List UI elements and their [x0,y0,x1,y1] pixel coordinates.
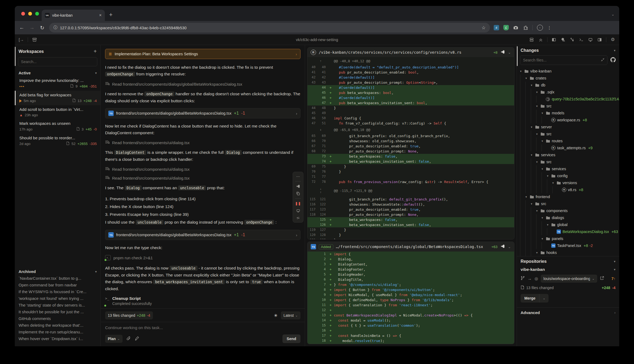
collapse-tree-icon[interactable] [601,58,604,62]
tree-item-src[interactable]: ▾src [517,158,619,165]
collapse-all-icon[interactable] [538,37,543,42]
pause-icon[interactable]: ❚❚ [295,201,301,206]
tree-item-db[interactable]: ▾db [517,82,619,89]
url-text[interactable]: 127.0.0.1:57095/workspaces/c63c9fd6-dfb8… [60,26,479,30]
tree-item-taskpanel-tsx[interactable]: TSTaskPanel.tsx+8-2 [517,242,619,249]
url-field[interactable]: ⓘ 127.0.0.1:57095/workspaces/c63c9fd6-df… [49,23,490,32]
workspace-item[interactable]: Mark workspaces as unseen17h ago3+45-0 [15,119,101,134]
archived-workspace-item[interactable]: When deleting the workspace that'... [15,322,101,329]
archived-section-header[interactable]: Archived ▾ [15,268,101,275]
implementation-plan-banner[interactable]: ≣ Implementation Plan: Beta Workspaces S… [105,49,300,59]
add-workspace-button[interactable]: + [94,48,97,54]
bookmark-star-icon[interactable]: ☆ [482,25,486,31]
archived-workspace-item[interactable]: 'workspace not found' when trying ... [15,295,101,302]
preview-monitor-icon[interactable] [296,208,300,213]
mode-dropdown[interactable]: Plan ⌄ [105,335,123,343]
repo-row[interactable]: vibe-kanban ▾ [517,265,619,274]
monitor-icon[interactable] [588,37,593,42]
open-in-vscode-icon[interactable] [501,244,505,249]
settings-gear-icon[interactable]: ⚙ [610,37,615,42]
site-info-icon[interactable]: ⓘ [53,25,57,30]
new-tab-button[interactable]: + [109,11,113,18]
workspace-search-input[interactable]: Search... [18,57,97,66]
attach-paperclip-icon[interactable] [126,336,131,342]
expand-hunk-icon[interactable]: ⇡ [307,59,334,63]
files-changed-pill[interactable]: 13 files changed +248 -4 [105,311,153,319]
tree-item-services[interactable]: ▾services [517,151,619,158]
archived-workspace-item[interactable]: It shouldn't be possible for just the ..… [15,308,101,315]
tree-item-versions[interactable]: ▾versions [517,179,619,186]
extension-shield-icon[interactable]: £ [503,25,509,30]
archived-workspace-item[interactable]: If the WYSIWYG is focussed in `Cre... [15,288,101,295]
tree-item-components[interactable]: ▾components [517,207,619,214]
theme-shapes-icon[interactable] [560,37,566,42]
copy-icon[interactable] [296,191,300,196]
extension-b-icon[interactable]: ıl [494,25,499,30]
tree-item-frontend[interactable]: ▾frontend [517,193,619,200]
workspace-item[interactable]: Add beta flag for workspaces5m ago13+248… [15,91,101,105]
archived-workspace-item[interactable]: The 'starting' state of dev servers is..… [15,302,101,308]
archived-workspace-item[interactable]: `NavbarContainer.tsx` button to g... [15,275,101,282]
collapse-chevron-icon[interactable]: ⌄ [508,245,511,249]
tree-item-server[interactable]: ▾server [517,123,619,130]
open-in-vscode-icon[interactable] [296,184,300,189]
merge-button[interactable]: Merge [521,294,539,303]
conversation-scroll[interactable]: ≣ Implementation Plan: Beta Workspaces S… [101,45,305,308]
tree-item-query-70b21c5c0a2ba5c21c9c1132f14a68[interactable]: query-70b21c5c0a2ba5c21c9c1132f14a68 [517,96,619,103]
git-compare-icon[interactable] [569,37,575,42]
open-in-vscode-icon[interactable] [501,50,505,55]
panel-left-icon[interactable] [551,37,557,42]
tree-item-hooks[interactable]: ▾hooks [517,249,619,256]
expand-hunk-icon[interactable]: ⇣⇡ [307,187,334,194]
tree-item-services[interactable]: ▾services [517,165,619,172]
message-input[interactable]: Continue working on this task... [105,325,300,330]
tree-item-src[interactable]: ▾src [517,200,619,207]
repositories-scroll-indicator[interactable] [517,46,518,65]
tree-item-dialogs[interactable]: ▾dialogs [517,214,619,221]
diff-body[interactable]: 1+import {2+Dialog,3+DialogContent,4+Dia… [307,252,514,344]
tree-item-global[interactable]: ▾global [517,221,619,228]
archived-workspace-item[interactable]: Implement the re-run setup/cleanu... [15,329,101,335]
tree-item-routes[interactable]: ▾routes [517,137,619,144]
sidebar-scroll-indicator[interactable] [15,47,16,66]
profile-avatar-icon[interactable]: ◦ [537,25,543,31]
close-window-button[interactable] [21,12,25,16]
browser-tab[interactable]: VK vibe-kanban × [42,10,105,21]
zoom-window-button[interactable] [35,12,39,16]
terminal-command-row[interactable]: >_pnpm run check 2>&1 [105,255,300,260]
tool-call-row[interactable]: Read frontend/src/components/ui/dialog.t… [105,167,300,172]
archived-workspace-item[interactable]: When hover over `Dropdown.tsx` i... [15,335,101,342]
diff-header[interactable]: TS Added …/frontend/src/components/dialo… [307,242,514,252]
tab-close-icon[interactable]: × [99,13,102,18]
send-button[interactable]: Send [282,334,300,343]
tree-item-betaworkspacesdialog-tsx[interactable]: TSBetaWorkspacesDialog.tsx+63 [517,228,619,235]
exit-sidebar-icon[interactable]: [→ [19,37,24,42]
back-icon[interactable]: ← [19,25,25,31]
hunk-header[interactable]: ⇣⇡@@ -115,7 +121,9 @@ [307,184,514,197]
more-options-icon[interactable]: ⋯ [296,174,300,179]
tab-search-chevron-icon[interactable]: ⌄ [611,12,614,16]
extensions-puzzle-icon[interactable] [523,25,528,30]
merge-options-chevron[interactable]: ⌄ [539,294,549,303]
edit-pen-icon[interactable] [135,336,139,342]
window-controls[interactable] [21,12,39,16]
archive-icon[interactable] [32,37,37,42]
tree-item-config[interactable]: ▾config [517,172,619,179]
tool-call-row[interactable]: Read frontend/src/components/ui/dialog.t… [105,140,300,145]
script-result-row[interactable]: >_Cleanup ScriptCompleted successfully [105,296,300,306]
archived-workspace-item[interactable]: GitHub comments [15,315,101,322]
tree-item-src[interactable]: ▾src [517,103,619,110]
tree-item-models[interactable]: ▾models [517,110,619,117]
tree-item-vibe-kanban[interactable]: ▾vibe-kanban [517,68,619,75]
tree-item-v8-rs[interactable]: Rv8.rs+8 [517,186,619,193]
search-files-input[interactable]: Search files... [520,55,607,65]
layout-rows-icon[interactable] [529,37,534,42]
terminal-icon[interactable] [579,37,584,42]
hunk-header[interactable]: ⇡@@ -40,8 +40,12 @@ [307,57,514,65]
tree-item--sqlx[interactable]: ▾.sqlx [517,89,619,96]
edited-file-card[interactable]: TSfrontend/src/components/dialogs/global… [105,108,300,118]
diff-body[interactable]: ⇡@@ -40,8 +40,12 @@4040#[serde(default =… [307,57,514,239]
forward-icon[interactable]: → [29,25,35,31]
hunk-header[interactable]: ⇕@@ -65,8 +69,10 @@ [307,126,514,133]
tree-item-workspace-rs[interactable]: Rworkspace.rs+8 [517,117,619,123]
